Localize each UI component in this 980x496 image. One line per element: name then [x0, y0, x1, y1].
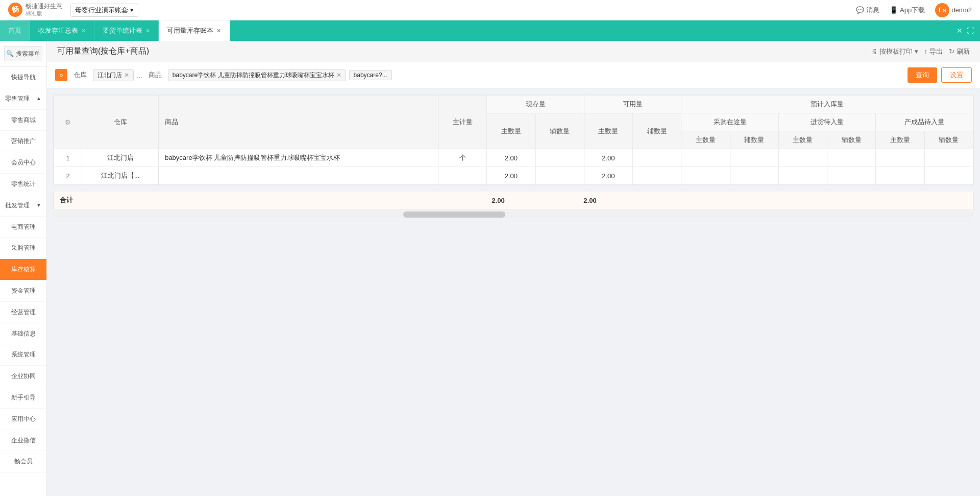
message-icon: 💬 [856, 6, 864, 14]
goods-tag-1-close[interactable]: ✕ [336, 72, 341, 79]
sidebar-item-basics[interactable]: 基础信息 [0, 323, 46, 345]
row-avail-main: 2.00 [584, 149, 632, 167]
row-pt-main [681, 167, 730, 185]
th-prod-main: 主数量 [876, 131, 924, 149]
org-selector[interactable]: 母婴行业演示账套 ▾ [70, 4, 138, 17]
row-stock-main: 2.00 [487, 149, 535, 167]
page-header: 可用量查询(按仓库+商品) 🖨 按模板打印 ▾ ↑ 导出 ↻ 刷新 [47, 41, 980, 62]
row-stock-aux [535, 149, 584, 167]
table-settings-icon[interactable]: ⚙ [65, 119, 71, 126]
message-btn[interactable]: 💬 消息 [856, 6, 879, 15]
print-btn[interactable]: 🖨 按模板打印 ▾ [871, 47, 918, 56]
tab-order-stats[interactable]: 要货单统计表 ✕ [94, 20, 159, 41]
th-stock-main: 主数量 [487, 113, 535, 149]
sidebar-item-system[interactable]: 系统管理 [0, 344, 46, 366]
top-bar: 畅 畅捷通好生意 标准版 母婴行业演示账套 ▾ 💬 消息 📱 App下载 Ea … [0, 0, 980, 20]
chevron-right-icon: » [60, 72, 63, 79]
fullscreen-icon[interactable]: ⛶ [967, 27, 974, 35]
th-production-pending: 产成品待入量 [876, 113, 973, 131]
setting-btn[interactable]: 设置 [941, 67, 972, 83]
goods-filter-label: 商品 [149, 70, 162, 80]
sidebar-item-marketing[interactable]: 营销推广 [0, 131, 46, 152]
scrollbar-thumb[interactable] [403, 211, 505, 218]
tab-available-stock-close[interactable]: ✕ [216, 28, 221, 34]
sidebar-item-operations[interactable]: 经营管理 [0, 302, 46, 323]
user-avatar: Ea [935, 3, 949, 17]
th-pt-main: 主数量 [681, 131, 730, 149]
row-pp-main [778, 149, 827, 167]
warehouse-tag-text: 江北门店 [97, 71, 122, 80]
th-purchase-pending: 进货待入量 [778, 113, 876, 131]
sidebar-item-inventory[interactable]: 库存核算 [0, 259, 46, 280]
refresh-btn[interactable]: ↻ 刷新 [949, 47, 970, 56]
row-pp-aux [827, 167, 876, 185]
sidebar-item-enterprise[interactable]: 企业协同 [0, 366, 46, 387]
th-settings[interactable]: ⚙ [54, 96, 82, 149]
sidebar-item-member[interactable]: 会员中心 [0, 152, 46, 174]
row-avail-aux [633, 149, 681, 167]
goods-tag-2-text: babycare?... [354, 72, 387, 79]
close-tab-icon[interactable]: ✕ [957, 27, 963, 35]
th-purchase-transit: 采购在途量 [681, 113, 779, 131]
warehouse-filter-tags: 江北门店 ✕ ... [93, 69, 142, 81]
tab-available-stock[interactable]: 可用量库存账本 ✕ [159, 20, 230, 41]
sidebar-item-enterprise-wechat[interactable]: 企业微信 [0, 430, 46, 452]
sidebar-item-newbie[interactable]: 新手引导 [0, 387, 46, 409]
sidebar-item-finance[interactable]: 资金管理 [0, 280, 46, 302]
tab-home[interactable]: 首页 [0, 20, 30, 41]
row-pt-aux [730, 167, 778, 185]
table-footer: 合计 2.00 2.00 [53, 192, 974, 209]
sidebar-item-app-center[interactable]: 应用中心 [0, 409, 46, 430]
row-prod-main [876, 167, 924, 185]
sidebar-item-ecommerce[interactable]: 电商管理 [0, 217, 46, 238]
sidebar-item-wholesale-mgmt[interactable]: 批发管理 ▼ [0, 195, 46, 217]
search-menu-btn[interactable]: 🔍 搜索菜单 [4, 46, 42, 61]
row-pt-main [681, 149, 730, 167]
warehouse-more[interactable]: ... [137, 72, 142, 79]
tab-receipts[interactable]: 收发存汇总表 ✕ [30, 20, 94, 41]
goods-tag-2: babycare?... [349, 70, 392, 80]
filter-toggle-btn[interactable]: » [55, 69, 67, 81]
logo-subtext: 标准版 [26, 10, 62, 17]
sidebar-item-retail-shop[interactable]: 零售商城 [0, 110, 46, 131]
logo-texts: 畅捷通好生意 标准版 [26, 3, 62, 17]
row-pp-main [778, 167, 827, 185]
tab-available-stock-label: 可用量库存账本 [167, 26, 213, 35]
tab-order-stats-close[interactable]: ✕ [145, 28, 150, 34]
query-btn[interactable]: 查询 [908, 67, 937, 83]
sidebar-item-purchase[interactable]: 采购管理 [0, 238, 46, 259]
sidebar-item-quicknav[interactable]: 快捷导航 [0, 67, 46, 88]
table-row: 2 江北门店【... 2.00 2.00 [54, 167, 973, 185]
row-goods [159, 167, 438, 185]
row-warehouse: 江北门店 [82, 149, 159, 167]
footer-avail-main: 2.00 [565, 197, 616, 204]
row-pp-aux [827, 149, 876, 167]
tab-receipts-close[interactable]: ✕ [81, 28, 86, 34]
sidebar-item-vip[interactable]: 畅会员 [0, 451, 46, 473]
horizontal-scrollbar[interactable] [53, 211, 974, 218]
table-row: 1 江北门店 babycare学饮杯 儿童防摔防撞吸管杯重力球吸嘴杯宝宝水杯 个… [54, 149, 973, 167]
app-download-btn[interactable]: 📱 App下载 [890, 6, 925, 15]
filter-area: » 仓库 江北门店 ✕ ... 商品 babycare学饮杯 儿童防摔防撞吸管杯… [47, 62, 980, 88]
org-dropdown-icon: ▾ [130, 6, 134, 14]
sidebar-item-retail-mgmt[interactable]: 零售管理 ▲ [0, 88, 46, 110]
footer-label: 合计 [60, 196, 121, 205]
sidebar-search-area: 🔍 搜索菜单 [0, 41, 46, 67]
tab-order-stats-label: 要货单统计表 [103, 26, 142, 35]
user-area[interactable]: Ea demo2 [935, 3, 972, 17]
th-current-stock: 现存量 [487, 96, 584, 113]
warehouse-tag: 江北门店 ✕ [93, 69, 134, 81]
org-name: 母婴行业演示账套 [75, 6, 128, 15]
row-warehouse: 江北门店【... [82, 167, 159, 185]
goods-filter-tags: babycare学饮杯 儿童防摔防撞吸管杯重力球吸嘴杯宝宝水杯 ✕ babyca… [168, 69, 392, 81]
row-avail-aux [633, 167, 681, 185]
table-container: ⚙ 仓库 商品 主计量 现存量 可用量 预计入库量 主数量 辅数量 主数量 辅数… [53, 95, 974, 185]
content-area: 可用量查询(按仓库+商品) 🖨 按模板打印 ▾ ↑ 导出 ↻ 刷新 [47, 41, 980, 496]
row-stock-aux [535, 167, 584, 185]
nav-tabs: 首页 收发存汇总表 ✕ 要货单统计表 ✕ 可用量库存账本 ✕ ✕ ⛶ [0, 20, 980, 41]
th-main-unit: 主计量 [438, 96, 487, 149]
footer-stock-main: 2.00 [473, 197, 524, 204]
sidebar-item-retail-stats[interactable]: 零售统计 [0, 174, 46, 195]
export-btn[interactable]: ↑ 导出 [924, 47, 943, 56]
warehouse-tag-close[interactable]: ✕ [124, 72, 129, 79]
